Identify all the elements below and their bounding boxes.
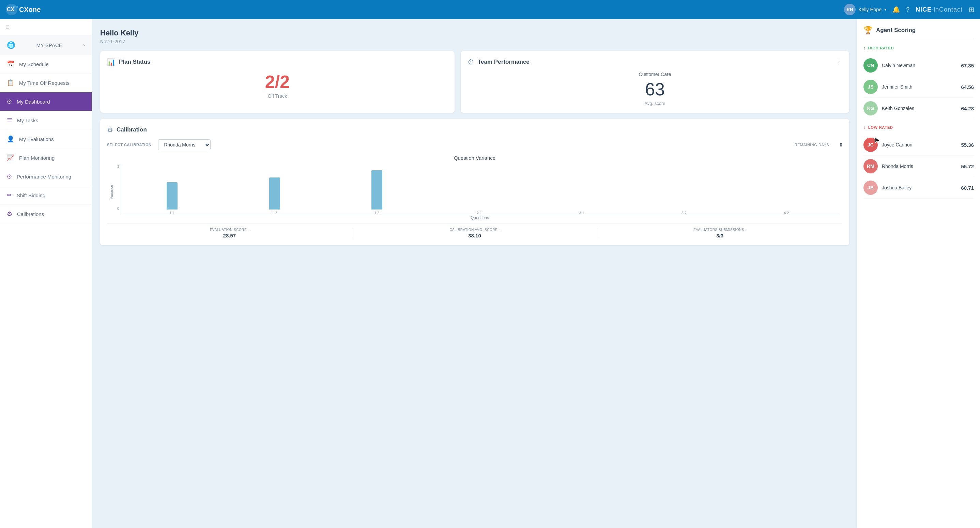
user-avatar: KH <box>844 4 856 15</box>
calib-avg-label: CALIBRATION AVG. SCORE : <box>356 228 594 232</box>
sidebar-item-label: Plan Monitoring <box>19 155 54 161</box>
agent-name-jennifer: Jennifer Smith <box>882 84 957 90</box>
agent-name-joyce: Joyce Cannon <box>882 142 957 148</box>
dashboard-icon: ⊙ <box>7 98 12 105</box>
my-space-icon: 🌐 <box>7 41 15 49</box>
high-rated-section-label: ↑ HIGH RATED <box>864 45 974 51</box>
agent-scoring-panel: 🏆 Agent Scoring ↑ HIGH RATED CN Calvin N… <box>858 19 980 528</box>
x-axis-title: Questions <box>121 215 839 220</box>
shift-bidding-icon: ✏ <box>7 191 12 199</box>
header-username: Kelly Hope <box>858 7 881 12</box>
nice-logo: NICE·inContact <box>916 6 963 13</box>
plan-status-score: 2/2 <box>107 72 448 92</box>
nice-sub: ·inContact <box>932 6 963 13</box>
sidebar-collapse-button[interactable]: ≡ <box>0 19 92 35</box>
agent-name-keith: Keith Gonzales <box>882 106 957 111</box>
header-right: KH Kelly Hope ▾ 🔔 ? NICE·inContact ⊞ <box>844 4 975 15</box>
greeting-title: Hello Kelly <box>100 29 849 38</box>
evaluators-label: EVALUATORS SUBMISSIONS : <box>601 228 839 232</box>
main-layout: ≡ 🌐 MY SPACE › 📅 My Schedule 📋 My Time O… <box>0 19 980 528</box>
high-rated-label: HIGH RATED <box>868 46 894 50</box>
help-icon[interactable]: ? <box>906 6 910 13</box>
bar-group-4-2: 4.2 <box>737 210 835 215</box>
bar-label-1-3: 1.3 <box>374 211 379 215</box>
bar-label-1-2: 1.2 <box>272 211 277 215</box>
sidebar-item-my-space[interactable]: 🌐 MY SPACE › <box>0 35 92 55</box>
trophy-icon: 🏆 <box>864 26 873 35</box>
plan-status-label: Off Track <box>107 93 448 99</box>
team-avg-label: Avg. score <box>468 101 842 106</box>
calibration-select-wrapper[interactable]: Rhonda Morris <box>158 139 211 150</box>
sidebar-item-plan-monitoring[interactable]: 📈 Plan Monitoring <box>0 148 92 167</box>
sidebar-item-label: MY SPACE <box>37 42 62 48</box>
y-label-min: 0 <box>117 207 119 210</box>
calibration-card-header: ⚙ Calibration <box>107 126 842 134</box>
team-performance-card: ⏱ Team Performance ⋮ Customer Care 63 Av… <box>461 51 849 113</box>
schedule-icon: 📅 <box>7 60 14 68</box>
sidebar-item-my-dashboard[interactable]: ⊙ My Dashboard <box>0 92 92 111</box>
eval-score-label: EVALUATION SCORE : <box>110 228 348 232</box>
sidebar-item-label: Calibrations <box>17 211 44 217</box>
calib-avg-val: 38.10 <box>356 233 594 239</box>
agent-scoring-header: 🏆 Agent Scoring <box>864 26 974 39</box>
team-score: 63 <box>468 79 842 99</box>
agent-row-joshua: JB Joshua Bailey 60.71 <box>864 177 974 199</box>
up-arrow-icon: ↑ <box>864 45 866 51</box>
agent-avatar-rm: RM <box>864 159 878 173</box>
agent-name-joshua: Joshua Bailey <box>882 185 957 191</box>
card-header: 📊 Plan Status <box>107 58 448 66</box>
agent-score-joyce: 55.36 <box>961 142 974 148</box>
svg-text:one: one <box>13 5 18 8</box>
team-performance-menu-icon[interactable]: ⋮ <box>835 58 842 66</box>
top-cards-row: 📊 Plan Status 2/2 Off Track ⏱ Team Perfo… <box>100 51 849 113</box>
performance-icon: ⊙ <box>7 173 12 180</box>
sidebar-item-label: My Evaluations <box>19 136 54 142</box>
svg-marker-3 <box>875 137 880 144</box>
plan-status-title: Plan Status <box>119 59 151 65</box>
eval-score-val: 28.57 <box>110 233 348 239</box>
sidebar-item-performance-monitoring[interactable]: ⊙ Performance Monitoring <box>0 167 92 186</box>
chart-container: 1 0 Variance 1.1 1.2 <box>110 164 839 220</box>
remaining-days-label: REMAINING DAYS : <box>795 143 832 147</box>
chart-bars-area: 1.1 1.2 1.3 2.1 <box>121 164 839 215</box>
low-rated-label: LOW RATED <box>868 126 893 129</box>
main-content: Hello Kelly Nov-1-2017 📊 Plan Status 2/2… <box>92 19 858 528</box>
bar-group-1-1: 1.1 <box>123 182 221 215</box>
sidebar-item-label: My Tasks <box>17 118 38 123</box>
agent-avatar-cn: CN <box>864 58 878 73</box>
time-off-icon: 📋 <box>7 79 14 86</box>
chevron-down-icon[interactable]: ▾ <box>884 7 886 12</box>
bar-group-1-3: 1.3 <box>328 170 426 215</box>
calibration-card: ⚙ Calibration SELECT CALIBRATION Rhonda … <box>100 119 849 245</box>
sidebar-item-my-time-off[interactable]: 📋 My Time Off Requests <box>0 73 92 92</box>
agent-score-calvin: 67.85 <box>961 63 974 68</box>
calibration-icon: ⚙ <box>107 126 113 134</box>
user-menu[interactable]: KH Kelly Hope ▾ <box>844 4 886 15</box>
agent-row-calvin: CN Calvin Newman 67.85 <box>864 55 974 76</box>
sidebar-item-shift-bidding[interactable]: ✏ Shift Bidding <box>0 186 92 205</box>
calibration-controls: SELECT CALIBRATION Rhonda Morris REMAINI… <box>107 139 842 150</box>
team-performance-icon: ⏱ <box>468 58 474 66</box>
evaluations-icon: 👤 <box>7 135 14 143</box>
calibration-title: Calibration <box>116 126 147 133</box>
y-label-max: 1 <box>117 164 119 168</box>
bar-group-3-1: 3.1 <box>533 210 631 215</box>
bar-label-2-1: 2.1 <box>477 211 482 215</box>
calibration-footer: EVALUATION SCORE : 28.57 CALIBRATION AVG… <box>107 223 842 239</box>
sidebar-item-label: Shift Bidding <box>17 192 45 198</box>
sidebar-item-my-tasks[interactable]: ☰ My Tasks <box>0 111 92 130</box>
calibration-select[interactable]: Rhonda Morris <box>158 139 211 150</box>
sidebar-item-my-evaluations[interactable]: 👤 My Evaluations <box>0 130 92 148</box>
low-rated-section-label: ↓ LOW RATED <box>864 125 974 130</box>
agent-avatar-jb: JB <box>864 181 878 195</box>
bell-icon[interactable]: 🔔 <box>892 6 900 13</box>
calibrations-icon: ⚙ <box>7 210 12 218</box>
agent-score-joshua: 60.71 <box>961 185 974 191</box>
sidebar-item-calibrations[interactable]: ⚙ Calibrations <box>0 205 92 223</box>
agent-score-rhonda: 55.72 <box>961 164 974 169</box>
sidebar-item-my-schedule[interactable]: 📅 My Schedule <box>0 55 92 73</box>
cursor-overlay-icon <box>874 136 881 145</box>
sidebar-item-label: My Schedule <box>19 61 49 67</box>
greeting-date: Nov-1-2017 <box>100 39 849 44</box>
apps-grid-icon[interactable]: ⊞ <box>969 5 975 14</box>
